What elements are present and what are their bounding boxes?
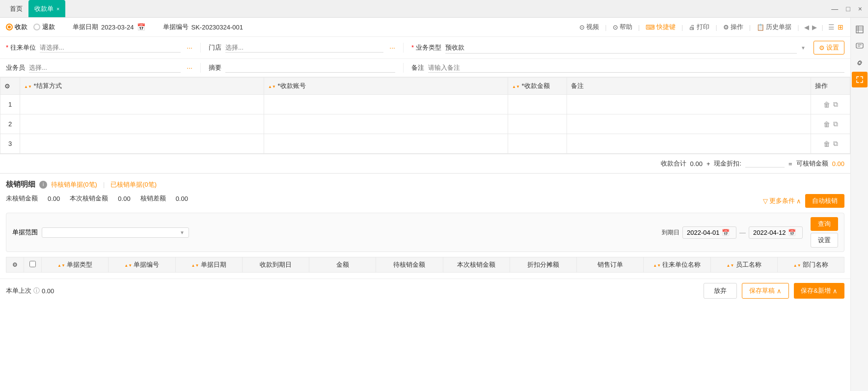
note-input[interactable] <box>428 64 844 71</box>
delete-row-1-icon[interactable]: 🗑 <box>823 101 830 109</box>
shortcut-btn[interactable]: ⌨ 快捷键 <box>644 22 678 32</box>
pending-tab[interactable]: 待核销单据(0笔) <box>51 180 97 189</box>
prev-btn[interactable]: ◀ <box>803 24 810 31</box>
copy-row-3-icon[interactable]: ⧉ <box>833 140 838 148</box>
footer-amount-value: 0.00 <box>42 287 54 295</box>
calendar-icon[interactable]: 📅 <box>137 23 145 31</box>
abandon-button[interactable]: 放弃 <box>704 283 737 299</box>
close-btn[interactable]: × <box>856 4 864 14</box>
print-btn[interactable]: 🖨 打印 <box>687 22 711 32</box>
row-settlement-2[interactable] <box>20 114 264 134</box>
due-date-label: 到期日 <box>662 228 679 237</box>
minimize-btn[interactable]: — <box>829 4 840 14</box>
row-note-1[interactable] <box>567 95 811 114</box>
bottom-checkbox-header[interactable] <box>24 257 42 273</box>
table-gear-header[interactable]: ⚙ <box>0 78 20 95</box>
tab-home[interactable]: 首页 <box>4 0 28 17</box>
table-row: 1 🗑 ⧉ <box>0 95 850 114</box>
row-settlement-1[interactable] <box>20 95 264 114</box>
discount-input[interactable] <box>745 160 785 168</box>
print-icon: 🖨 <box>689 24 695 31</box>
store-input[interactable] <box>225 44 383 51</box>
plus-sign: + <box>706 160 710 168</box>
discount-label: 现金折扣: <box>714 159 741 168</box>
date-range-select[interactable]: ▼ <box>42 227 189 238</box>
row-amount-2[interactable] <box>508 114 567 134</box>
copy-row-1-icon[interactable]: ⧉ <box>833 100 838 109</box>
setting-button-sm[interactable]: 设置 <box>811 233 838 248</box>
doc-number-value[interactable]: SK-20230324-001 <box>191 24 244 31</box>
close-tab-icon[interactable]: × <box>56 6 59 12</box>
counterpart-more-icon[interactable]: ··· <box>187 44 192 52</box>
row-note-2[interactable] <box>567 114 811 134</box>
delete-row-2-icon[interactable]: 🗑 <box>823 120 830 128</box>
form-row-2: 业务员 ··· 摘要 备注 <box>0 59 850 77</box>
list-view-btn[interactable]: ☰ <box>827 23 836 31</box>
history-icon: 📋 <box>757 24 764 31</box>
tab-receipt[interactable]: 收款单 × <box>28 0 65 17</box>
top-toolbar: 收款 退款 单据日期 2023-03-24 📅 单据编号 SK-20230324… <box>0 18 850 37</box>
row-account-1[interactable] <box>264 95 508 114</box>
counterpart-wrapper <box>40 43 181 53</box>
business-type-arrow-icon[interactable]: ▼ <box>801 45 806 51</box>
calendar-to-icon[interactable]: 📅 <box>788 229 796 236</box>
business-type-label: * 业务类型 <box>411 43 441 52</box>
save-new-button[interactable]: 保存&新增 ∧ <box>794 283 844 299</box>
operation-btn[interactable]: ⚙ 操作 <box>721 22 745 32</box>
verify-info-icon[interactable]: i <box>39 181 47 189</box>
query-button[interactable]: 查询 <box>811 217 838 231</box>
summary-input[interactable] <box>225 64 395 71</box>
note-wrapper <box>428 63 844 73</box>
more-conditions-btn[interactable]: ▽ 更多条件 ∧ <box>763 196 801 205</box>
row-index-1: 1 <box>0 95 20 114</box>
maximize-btn[interactable]: □ <box>844 4 852 14</box>
help-btn[interactable]: ⊙ 帮助 <box>611 22 634 32</box>
radio-refund[interactable]: 退款 <box>33 23 55 31</box>
verify-title-row: 核销明细 i 待核销单据(0笔) | 已核销单据(0笔) <box>6 180 844 189</box>
settings-button[interactable]: ⚙ 设置 <box>814 41 844 55</box>
grid-view-btn[interactable]: ⊞ <box>837 23 844 31</box>
radio-receipt[interactable]: 收款 <box>6 23 27 31</box>
doc-date-value[interactable]: 2023-03-24 <box>101 24 134 31</box>
current-verify-label: 本次核销金额 <box>70 194 108 203</box>
auto-verify-button[interactable]: 自动核销 <box>805 194 844 208</box>
amount-header: ▲▼ *收款金额 <box>508 78 567 95</box>
unverified-value: 0.00 <box>48 195 60 202</box>
settings-icon: ⚙ <box>819 44 825 52</box>
total-value: 0.00 <box>690 160 703 168</box>
store-label: 门店 <box>209 43 221 52</box>
sidebar-link-btn[interactable] <box>852 55 868 71</box>
store-more-icon[interactable]: ··· <box>389 44 395 52</box>
type-header: ▲▼ 单据类型 <box>42 257 108 273</box>
note-group: 备注 <box>411 63 844 73</box>
sidebar-expand-btn[interactable] <box>852 72 868 87</box>
row-note-3[interactable] <box>567 134 811 154</box>
select-all-checkbox[interactable] <box>29 261 36 267</box>
delete-row-3-icon[interactable]: 🗑 <box>823 140 830 148</box>
sidebar-chat-btn[interactable] <box>852 38 868 54</box>
row-account-2[interactable] <box>264 114 508 134</box>
row-action-2: 🗑 ⧉ <box>811 114 850 134</box>
video-btn[interactable]: ⊙ 视频 <box>577 22 601 32</box>
date-from-input[interactable]: 2022-04-01 📅 <box>682 226 736 239</box>
verified-tab[interactable]: 已核销单据(0笔) <box>110 180 157 189</box>
next-btn[interactable]: ▶ <box>811 24 818 31</box>
history-btn[interactable]: 📋 历史单据 <box>755 22 793 32</box>
sidebar-table-btn[interactable] <box>852 22 868 37</box>
row-action-1: 🗑 ⧉ <box>811 95 850 114</box>
save-draft-button[interactable]: 保存草稿 ∧ <box>742 283 789 299</box>
salesperson-more-icon[interactable]: ··· <box>187 64 192 72</box>
table-icon <box>856 26 864 33</box>
row-settlement-3[interactable] <box>20 134 264 154</box>
counterpart-input[interactable] <box>40 44 181 51</box>
receipt-table-container: ⚙ ▲▼ *结算方式 ▲▼ *收款账号 ▲▼ *收款金额 <box>0 77 850 154</box>
row-amount-1[interactable] <box>508 95 567 114</box>
row-amount-3[interactable] <box>508 134 567 154</box>
salesperson-input[interactable] <box>29 64 181 71</box>
calendar-from-icon[interactable]: 📅 <box>722 229 730 236</box>
table-row: 2 🗑 ⧉ <box>0 114 850 134</box>
copy-row-2-icon[interactable]: ⧉ <box>833 120 838 128</box>
date-to-input[interactable]: 2022-04-12 📅 <box>749 226 803 239</box>
bottom-gear-header[interactable]: ⚙ <box>6 257 24 273</box>
row-account-3[interactable] <box>264 134 508 154</box>
